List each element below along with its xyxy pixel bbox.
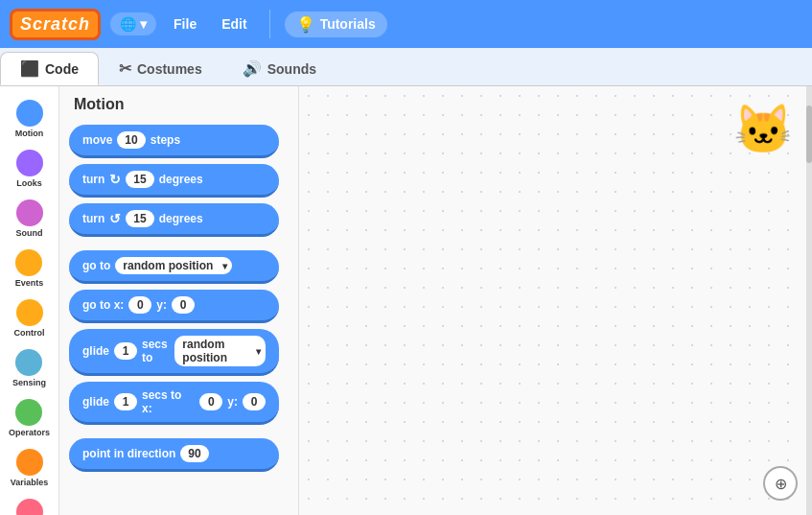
block-glide-xy-x[interactable]: 0 (199, 393, 222, 410)
navbar: Scratch 🌐 ▾ File Edit 💡 Tutorials (0, 0, 812, 48)
tutorials-button[interactable]: 💡 Tutorials (285, 12, 387, 37)
sound-label: Sound (16, 228, 43, 238)
sidebar-item-looks[interactable]: Looks (14, 146, 45, 192)
variables-label: Variables (11, 478, 49, 487)
block-goto-xy-y[interactable]: 0 (172, 296, 195, 314)
block-point-direction[interactable]: point in direction 90 (69, 438, 279, 472)
block-move-input[interactable]: 10 (117, 131, 145, 149)
sidebar-item-control[interactable]: Control (12, 295, 47, 341)
block-goto-dropdown[interactable]: random position (115, 257, 232, 274)
block-move-text1: move (82, 133, 112, 147)
block-glide-text2: secs to (142, 338, 170, 364)
block-turn-ccw-input[interactable]: 15 (126, 210, 153, 227)
tutorials-label: Tutorials (320, 16, 376, 32)
code-tab-icon: ⬛ (20, 59, 39, 78)
block-turn-cw-text2: degrees (159, 173, 203, 186)
scroll-thumb (806, 105, 812, 163)
scratch-logo[interactable]: Scratch (10, 9, 101, 40)
events-label: Events (15, 278, 44, 288)
block-glide-dropdown[interactable]: random position (174, 336, 266, 366)
looks-label: Looks (16, 178, 42, 188)
lightbulb-icon: 💡 (296, 15, 315, 34)
sensing-label: Sensing (12, 378, 46, 387)
tab-costumes-label: Costumes (137, 61, 202, 77)
spacer2 (69, 431, 289, 438)
block-glide-xy-text2: secs to x: (142, 388, 195, 415)
tab-costumes[interactable]: ✂ Costumes (99, 52, 222, 85)
sensing-dot (15, 349, 42, 376)
operators-dot (15, 399, 42, 426)
scroll-indicator (806, 86, 812, 515)
block-goto-xy-text1: go to x: (82, 298, 124, 312)
globe-icon: 🌐 (120, 16, 136, 32)
block-goto-xy-x[interactable]: 0 (128, 296, 151, 314)
block-glide-xy-y[interactable]: 0 (243, 393, 266, 410)
block-move[interactable]: move 10 steps (69, 125, 279, 158)
scratch-cat: 🐱 (733, 105, 793, 153)
looks-dot (16, 150, 43, 176)
block-glide-secs[interactable]: 1 (114, 342, 137, 360)
globe-chevron: ▾ (140, 16, 147, 32)
sidebar-item-sound[interactable]: Sound (14, 196, 45, 242)
motion-label: Motion (15, 129, 44, 138)
block-goto-text1: go to (82, 259, 110, 272)
blocks-panel-title: Motion (69, 96, 289, 113)
control-dot (16, 299, 43, 326)
block-turn-ccw-text2: degrees (159, 212, 203, 225)
category-sidebar: Motion Looks Sound Events Control Sensin… (0, 86, 59, 515)
sidebar-item-variables[interactable]: Variables (9, 445, 51, 491)
rotate-ccw-icon: ↺ (109, 211, 121, 226)
block-point-input[interactable]: 90 (180, 445, 208, 462)
sidebar-item-motion[interactable]: Motion (13, 96, 46, 142)
block-goto-xy-text2: y: (156, 298, 167, 312)
edit-menu-button[interactable]: Edit (214, 12, 254, 35)
block-glide-xy-text3: y: (227, 395, 238, 409)
myblocks-dot (16, 499, 43, 515)
events-dot (15, 249, 42, 276)
sidebar-item-sensing[interactable]: Sensing (11, 345, 48, 391)
block-turn-ccw-text1: turn (82, 212, 104, 225)
tab-sounds-label: Sounds (267, 61, 316, 77)
motion-dot (16, 100, 43, 127)
rotate-cw-icon: ↻ (109, 172, 121, 187)
block-glide-xy-text1: glide (82, 395, 109, 409)
tab-code-label: Code (45, 61, 79, 77)
code-area[interactable]: 🐱 ⊕ (299, 86, 812, 515)
block-goto[interactable]: go to random position (69, 250, 279, 284)
sidebar-item-events[interactable]: Events (13, 246, 46, 292)
block-point-text1: point in direction (82, 447, 175, 460)
operators-label: Operators (9, 428, 50, 437)
file-menu-button[interactable]: File (166, 12, 204, 35)
sidebar-item-operators[interactable]: Operators (7, 395, 52, 441)
sounds-tab-icon: 🔊 (243, 59, 262, 78)
block-turn-cw-text1: turn (82, 173, 104, 186)
block-turn-cw-input[interactable]: 15 (126, 171, 153, 188)
zoom-button[interactable]: ⊕ (763, 466, 798, 501)
globe-button[interactable]: 🌐 ▾ (110, 12, 156, 35)
block-glide-to[interactable]: glide 1 secs to random position (69, 329, 279, 376)
blocks-panel: Motion move 10 steps turn ↻ 15 degrees t… (59, 86, 299, 515)
block-glide-to-xy[interactable]: glide 1 secs to x: 0 y: 0 (69, 382, 279, 425)
spacer1 (69, 243, 289, 250)
sidebar-item-myblocks[interactable]: My Blocks (6, 495, 53, 515)
costumes-tab-icon: ✂ (119, 59, 131, 78)
main-layout: Motion Looks Sound Events Control Sensin… (0, 86, 812, 515)
block-turn-cw[interactable]: turn ↻ 15 degrees (69, 164, 279, 198)
tab-code[interactable]: ⬛ Code (0, 52, 99, 85)
block-move-text2: steps (151, 133, 180, 147)
variables-dot (16, 449, 43, 476)
nav-separator (269, 10, 270, 38)
sound-dot (16, 199, 43, 226)
block-goto-xy[interactable]: go to x: 0 y: 0 (69, 290, 279, 323)
control-label: Control (14, 328, 45, 338)
tab-sounds[interactable]: 🔊 Sounds (222, 52, 336, 85)
block-turn-ccw[interactable]: turn ↺ 15 degrees (69, 203, 279, 237)
block-glide-text1: glide (82, 344, 109, 358)
tabs-row: ⬛ Code ✂ Costumes 🔊 Sounds (0, 48, 812, 86)
block-glide-xy-secs[interactable]: 1 (114, 393, 137, 410)
